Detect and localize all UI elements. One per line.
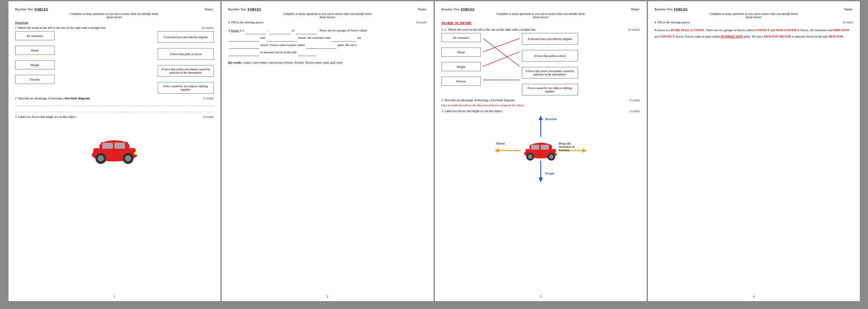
svg-rect-21 (541, 145, 549, 150)
answer-push-pull: PUSH, PULL or TWIST (671, 28, 704, 32)
q2-label: 2 Describe an advantage of drawing a fre… (15, 96, 214, 100)
page1-header-left: Baseline Test: FORCES (15, 7, 48, 11)
page4-name-label: Name: (844, 7, 853, 11)
page-2: Baseline Test: FORCES Name: Complete as … (222, 1, 434, 301)
answer-newton-meter: NEWTON METER (764, 35, 791, 38)
match-left-p1: Air resistance Thrust Weight Friction (15, 31, 55, 84)
page3-header-left: Baseline Test: FORCES (441, 7, 474, 11)
match-right-rub-p3: Force caused by two objects rubbing toge… (522, 84, 578, 95)
page2-header-left: Baseline Test: FORCES (228, 7, 261, 11)
match-box-ar-p3: Air resistance (441, 33, 481, 42)
page2-title-text: Baseline Test: FORCES (228, 7, 261, 11)
page2-name-label: Name: (418, 7, 427, 11)
answer-newton: NEWTON (829, 35, 843, 38)
car-svg-p3 (523, 137, 559, 161)
page-number-3: 3 (435, 295, 647, 298)
q3-section-p3: 3 Label two forces that might act on thi… (441, 109, 640, 176)
svg-point-10 (134, 152, 139, 155)
page1-name-label: Name: (205, 7, 213, 11)
svg-rect-4 (102, 143, 113, 149)
page1-title-text: Baseline Test: FORCES (15, 7, 48, 11)
page2-header-right: Name: (418, 7, 427, 11)
svg-line-12 (483, 38, 520, 66)
q3-section: 3 Label two forces that might act on thi… (15, 115, 214, 167)
q2-section: 2 Describe an advantage of drawing a fre… (15, 96, 214, 112)
svg-marker-34 (583, 148, 587, 153)
match-box-air-resistance: Air resistance (15, 31, 55, 40)
answer-interaction: INTERACTION (720, 35, 743, 38)
match-right-pulls-down: A force that pulls us down (158, 48, 214, 60)
mark-scheme-title: MARK SCHEME (441, 21, 640, 25)
page3-title-text: Baseline Test: FORCES (441, 7, 474, 11)
page2-subtitle: Complete as many questions as you can to… (228, 12, 427, 19)
match-box-weight-p3: Weight (441, 62, 481, 71)
match-box-thrust: Thrust (15, 46, 55, 55)
page-number-2: 2 (222, 295, 434, 298)
svg-point-25 (549, 154, 553, 159)
page-3: Baseline Test: FORCES Name: Complete as … (435, 1, 647, 301)
label-reaction: Reaction (545, 117, 557, 120)
q4-label-p4: 4 Fill in the missing spaces (4 mark) (655, 21, 853, 24)
page4-header-right: Name: (844, 7, 853, 11)
down-arrow-p3 (536, 161, 545, 185)
page1-subtitle: Complete as many questions as you can to… (15, 12, 214, 19)
q1-label-p3: 1 a Match the word on the left to the on… (441, 28, 640, 31)
key-words-p2: Key words: contact, non-contact, interac… (228, 61, 427, 64)
q2-answer-p3: Easy to read/clear/shows the direction o… (441, 104, 640, 107)
page4-title-text: Baseline Test: FORCES (655, 7, 687, 11)
fill-text-p2: A forces is a , or . There are two group… (228, 27, 427, 56)
match-right-atmosphere: A force that resists movement caused by … (158, 65, 214, 77)
svg-point-9 (125, 156, 131, 162)
svg-marker-28 (538, 116, 543, 120)
page4-subtitle: Complete as many questions as you can to… (655, 12, 853, 19)
answer-friction: FRICTION (834, 28, 849, 32)
svg-marker-32 (495, 148, 499, 153)
answer-noncontact: NON-CONTACT (776, 28, 800, 32)
page3-name-label: Name: (631, 7, 640, 11)
car-diagram-p1 (15, 124, 214, 167)
svg-rect-20 (531, 145, 539, 150)
match-box-weight: Weight (15, 60, 55, 69)
match-box-thrust-p3: Thrust (441, 48, 481, 57)
up-arrow-p3 (536, 116, 545, 140)
svg-point-7 (98, 156, 104, 162)
match-right-rubbing: Force caused by two objects rubbing toge… (158, 82, 214, 93)
page3-subtitle: Complete as many questions as you can to… (441, 12, 640, 19)
svg-line-14 (483, 52, 520, 66)
answer-contact: CONTACT (754, 28, 770, 32)
svg-point-23 (528, 154, 532, 159)
match-lines-svg-p3 (483, 33, 520, 91)
label-drag: Drag (airresistance &friction) (559, 142, 575, 152)
svg-point-26 (555, 151, 558, 154)
match-right-engines-p3: A forward force provided by engines (522, 33, 578, 45)
page-1: Baseline Test: FORCES Name: Complete as … (8, 1, 220, 301)
answer-contact2: CONTACT (659, 35, 675, 38)
left-arrow-p3 (495, 146, 522, 155)
match-right-down-p3: A force that pulls us down (522, 50, 578, 61)
q3-label-p3: 3 Label two forces that might act on thi… (441, 109, 640, 113)
match-box-friction-p3: Friction (441, 77, 481, 86)
q3-label: 3 Label two forces that might act on thi… (15, 115, 214, 118)
match-left-p3: Air resistance Thrust Weight Friction (441, 33, 481, 86)
page-number-4: 4 (648, 295, 860, 298)
match-right-p1: A forward force provided by engines A fo… (158, 31, 214, 93)
page-4: Baseline Test: FORCES Name: Complete as … (648, 1, 860, 301)
match-right-p3: A forward force provided by engines A fo… (522, 33, 578, 95)
q2-line2 (15, 108, 214, 112)
svg-line-13 (483, 38, 520, 52)
page4-header-left: Baseline Test: FORCES (655, 7, 687, 11)
svg-rect-5 (115, 143, 125, 149)
q2-label-p3: 2 Describe an advantage of drawing a fre… (441, 99, 640, 102)
q2-line1 (15, 102, 214, 106)
page-number-1: 1 (8, 295, 220, 298)
car-svg-p1 (84, 124, 145, 167)
q4-label-p2: 4 Fill in the missing spaces (4 mark) (228, 21, 427, 24)
svg-marker-30 (538, 177, 543, 182)
section-questions: Questions (15, 21, 214, 24)
q2-section-p3: 2 Describe an advantage of drawing a fre… (441, 99, 640, 107)
match-area-p1: Air resistance Thrust Weight Friction A … (15, 31, 214, 93)
page3-header-right: Name: (631, 7, 640, 11)
force-diagram-p3: Reaction Weight Thrust Drag (airresistan… (489, 116, 592, 176)
q1-label: 1 Match the word on the left to the one … (15, 26, 214, 29)
match-area-p3: Air resistance Thrust Weight Friction A … (441, 33, 640, 95)
